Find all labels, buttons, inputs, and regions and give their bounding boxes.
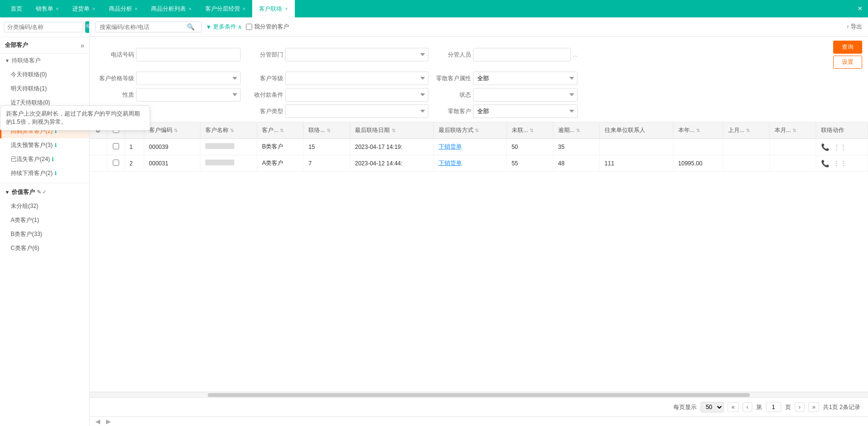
nav-product-analysis-close[interactable]: ×: [135, 6, 137, 12]
col-last-month[interactable]: 上月...: [723, 122, 769, 139]
retail-attr-select[interactable]: 全部: [473, 72, 578, 85]
col-name[interactable]: 客户名称: [200, 122, 257, 139]
row-checkbox-2[interactable]: [113, 160, 119, 166]
sidebar-item-today[interactable]: 今天待联络(0): [0, 68, 89, 82]
td-this-month-1: [769, 139, 816, 155]
price-level-select[interactable]: [136, 72, 241, 85]
action-menu-icon-1[interactable]: ⋮⋮: [833, 143, 847, 151]
col-settings[interactable]: ⚙: [90, 122, 107, 139]
td-last-contact-method-1[interactable]: 下销货单: [433, 139, 506, 155]
sidebar-item-continue-down[interactable]: 持续下滑客户(2) ℹ: [0, 166, 89, 180]
manager-more-icon[interactable]: ...: [573, 51, 578, 58]
nav-purchase[interactable]: 进货单 ×: [65, 0, 102, 17]
nav-product-list-close[interactable]: ×: [188, 6, 191, 12]
sidebar-item-already-lost[interactable]: 已流失客户(24) ℹ: [0, 152, 89, 166]
table-header-row: ⚙ 客户编码 客户名称 客户...: [90, 122, 868, 139]
last-page-btn[interactable]: »: [808, 402, 820, 412]
bottom-nav-right-icon[interactable]: ▶: [104, 418, 113, 425]
nav-customer-contact[interactable]: 客户联络 ×: [252, 0, 294, 17]
nav-customer-tier[interactable]: 客户分层经营 ×: [198, 0, 252, 17]
customer-level-select[interactable]: [285, 72, 428, 85]
col-contact-count[interactable]: 联络...: [304, 122, 350, 139]
payment-select[interactable]: [285, 88, 428, 102]
sidebar-item-b-class[interactable]: B类客户(33): [0, 227, 89, 241]
sidebar-all-customers-header[interactable]: 全部客户 »: [0, 37, 89, 54]
action-menu-icon-2[interactable]: ⋮⋮: [833, 160, 847, 167]
sidebar-item-7days[interactable]: 近7天待联络(0): [0, 96, 89, 110]
sidebar-search-input[interactable]: [4, 22, 83, 32]
sidebar-item-ungrouped[interactable]: 未分组(32): [0, 199, 89, 213]
action-phone-icon-2[interactable]: 📞: [821, 160, 829, 167]
td-code-2[interactable]: 000031: [144, 155, 200, 172]
sidebar-item-lost-pre[interactable]: 流失预警客户(3) ℹ: [0, 138, 89, 152]
td-code-1[interactable]: 000039: [144, 139, 200, 155]
filter-row-2: 客户价格等级 客户等级 零散客户属性 全部: [95, 72, 862, 85]
next-page-btn[interactable]: ›: [795, 402, 805, 412]
col-not-contacted[interactable]: 未联...: [506, 122, 553, 139]
row-checkbox-1[interactable]: [113, 143, 119, 149]
retail-customer-select[interactable]: 全部: [473, 104, 578, 118]
nav-sales[interactable]: 销售单 ×: [29, 0, 65, 17]
action-phone-icon-1[interactable]: 📞: [821, 143, 829, 151]
manager-input[interactable]: [473, 48, 571, 61]
filter-search-input[interactable]: [100, 24, 187, 30]
col-customer-type[interactable]: 客户...: [257, 122, 304, 139]
window-close-icon[interactable]: ×: [858, 4, 862, 13]
first-page-btn[interactable]: «: [728, 402, 739, 412]
sidebar-item-c-class[interactable]: C类客户(6): [0, 241, 89, 255]
sidebar-item-overdue[interactable]: 逾期未联络(30): [0, 110, 89, 124]
query-button[interactable]: 查询: [833, 41, 862, 54]
dept-select[interactable]: [285, 48, 428, 61]
td-name-1[interactable]: [200, 139, 257, 155]
last-contact-method-link-1[interactable]: 下销货单: [439, 143, 462, 150]
more-btn[interactable]: ...: [107, 108, 112, 115]
filter-search-icon[interactable]: 🔍: [187, 23, 195, 30]
td-name-2[interactable]: [200, 155, 257, 172]
nav-product-list[interactable]: 商品分析列表 ×: [144, 0, 198, 17]
value-edit-icon[interactable]: ✎: [37, 189, 41, 195]
payment-field: 收付款条件: [244, 88, 428, 102]
sidebar-item-repurchase-abnormal[interactable]: 回购异常客户(2) ℹ: [0, 124, 89, 138]
col-overdue[interactable]: 逾期...: [553, 122, 599, 139]
horizontal-scrollbar[interactable]: [208, 393, 750, 397]
nav-customer-tier-close[interactable]: ×: [243, 6, 245, 12]
value-check-icon[interactable]: ✓: [42, 189, 46, 195]
per-page-select[interactable]: 50: [700, 402, 724, 412]
phone-input[interactable]: [136, 48, 241, 61]
status-select[interactable]: [473, 88, 578, 102]
col-last-contact-method[interactable]: 最后联络方式: [433, 122, 506, 139]
sidebar-search-icon: 🔍: [85, 24, 90, 30]
col-code[interactable]: 客户编码: [144, 122, 200, 139]
page-input[interactable]: [766, 402, 781, 412]
sidebar-value-customers-header[interactable]: ▼ 价值客户 ✎ ✓: [0, 185, 89, 199]
col-last-contact-date[interactable]: 最后联络日期: [350, 122, 433, 139]
col-this-month[interactable]: 本月...: [769, 122, 816, 139]
my-customers-checkbox[interactable]: [246, 24, 252, 30]
sidebar-search-button[interactable]: 🔍: [85, 21, 90, 33]
nav-customer-contact-close[interactable]: ×: [285, 6, 288, 12]
horizontal-scrollbar-area[interactable]: [90, 392, 868, 397]
header-checkbox[interactable]: [113, 127, 119, 133]
sidebar-pending-group[interactable]: ▼ 待联络客户: [0, 54, 89, 68]
gender-select[interactable]: [136, 88, 241, 102]
bottom-nav-left-icon[interactable]: ◀: [93, 418, 102, 425]
nav-sales-close[interactable]: ×: [56, 6, 59, 12]
td-last-contact-method-2[interactable]: 下销货单: [433, 155, 506, 172]
prev-page-btn[interactable]: ‹: [743, 402, 752, 412]
customer-type-select[interactable]: [285, 104, 428, 118]
sidebar-collapse-icon[interactable]: »: [80, 42, 84, 49]
retail-customer-field: 零散客户 全部: [432, 104, 578, 118]
export-button[interactable]: ↑ 导出: [846, 23, 862, 31]
sidebar-item-tomorrow[interactable]: 明天待联络(1): [0, 82, 89, 96]
sidebar-item-a-class[interactable]: A类客户(1): [0, 213, 89, 227]
nav-product-analysis[interactable]: 商品分析 ×: [102, 0, 144, 17]
settings-button[interactable]: 设置: [833, 56, 862, 69]
td-checkbox-1[interactable]: [107, 139, 124, 155]
last-contact-method-link-2[interactable]: 下销货单: [439, 160, 462, 166]
nav-home[interactable]: 首页: [4, 0, 29, 17]
nav-purchase-close[interactable]: ×: [92, 6, 95, 12]
td-checkbox-2[interactable]: [107, 155, 124, 172]
more-conditions-btn[interactable]: ▼ 更多条件 ∧: [206, 23, 242, 31]
col-this-year[interactable]: 本年...: [673, 122, 723, 139]
col-checkbox[interactable]: [107, 122, 124, 139]
